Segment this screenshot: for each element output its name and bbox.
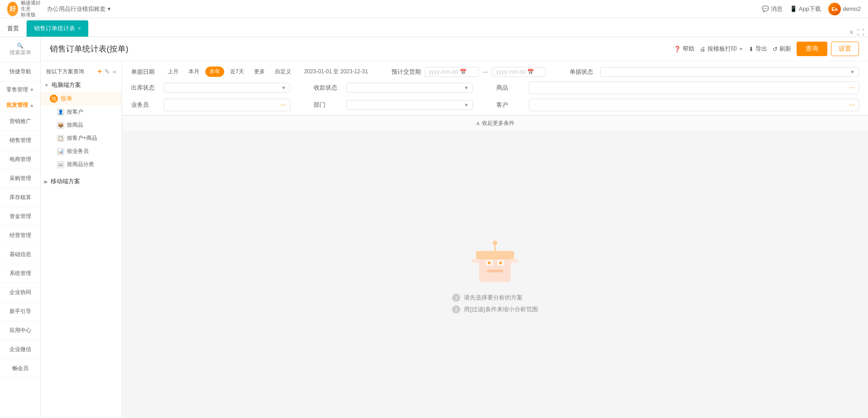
breadcrumb[interactable]: 办公用品行业模拟账套 ▾ xyxy=(47,5,111,13)
sidebar-search[interactable]: 🔍 搜索菜单 xyxy=(0,37,40,62)
empty-illustration xyxy=(468,232,522,286)
cal-to-icon: 📅 xyxy=(527,69,534,75)
tree-item-by-cust-goods[interactable]: 📋 按客户+商品 xyxy=(41,132,122,145)
sidebar-item-retail[interactable]: 零售管理 ▼ xyxy=(0,81,40,97)
right-content: 单据日期 上月 本月 本年 近7天 更多 自定义 2023-01-01 至 20… xyxy=(122,61,868,418)
date-btn-this-year[interactable]: 本年 xyxy=(205,66,224,77)
goods-dots[interactable]: ··· xyxy=(849,84,855,92)
tree-item-by-salesperson[interactable]: 📊 按业务员 xyxy=(41,145,122,158)
tree-item-by-order[interactable]: 按 按单 xyxy=(41,92,122,105)
refresh-button[interactable]: ↺ 刷新 xyxy=(773,45,791,53)
query-settings-group: 查询 设置 xyxy=(797,42,859,56)
filter-section: 单据日期 上月 本月 本年 近7天 更多 自定义 2023-01-01 至 20… xyxy=(122,61,868,131)
sidebar-item-wholesale[interactable]: 批发管理 ▲ xyxy=(0,97,40,112)
sidebar-item-appcenter[interactable]: 应用中心 xyxy=(0,321,40,340)
dept-select[interactable]: ▼ xyxy=(346,100,473,110)
by-category-icon: 🗂 xyxy=(57,161,64,168)
goods-input[interactable]: ··· xyxy=(529,81,859,94)
salesperson-input[interactable]: ··· xyxy=(164,99,290,111)
user-action[interactable]: Ea demo2 xyxy=(828,3,861,15)
window-close-icon[interactable]: × xyxy=(849,28,854,37)
sidebar-item-purchase[interactable]: 采购管理 xyxy=(0,169,40,188)
refresh-icon: ↺ xyxy=(773,46,778,52)
date-btn-custom[interactable]: 自定义 xyxy=(271,66,295,77)
help-button[interactable]: ❓ 帮助 xyxy=(674,45,694,53)
out-status-select[interactable]: ▼ xyxy=(164,83,290,93)
sidebar-item-inventory[interactable]: 库存核算 xyxy=(0,188,40,207)
customer-input[interactable]: ··· xyxy=(529,99,859,111)
edit-scheme-button[interactable]: ✎ xyxy=(104,68,110,75)
print-label: 按模板打印 xyxy=(708,45,737,53)
sidebar-item-finance[interactable]: 资金管理 xyxy=(0,207,40,226)
date-btn-this-month[interactable]: 本月 xyxy=(184,66,203,77)
filter-row-2: 出库状态 ▼ 收款状态 ▼ 商品 xyxy=(131,81,859,94)
sidebar-search-label: 搜索菜单 xyxy=(2,49,38,57)
print-arrow-icon: ▼ xyxy=(739,47,743,52)
message-action[interactable]: 💬 消息 xyxy=(762,5,783,13)
query-button[interactable]: 查询 xyxy=(797,42,827,56)
status-select[interactable]: ▼ xyxy=(600,67,859,77)
tree-item-by-customer[interactable]: 👤 按客户 xyxy=(41,105,122,119)
inventory-label: 库存核算 xyxy=(9,194,31,200)
help-label: 帮助 xyxy=(683,45,694,53)
top-bar-right: 💬 消息 📱 App下载 Ea demo2 xyxy=(762,3,861,15)
tree-item-by-goods[interactable]: 📦 按商品 xyxy=(41,119,122,132)
expected-date-to[interactable]: yyyy-mm-dd 📅 xyxy=(492,67,546,77)
empty-hint-2: 2 用[过滤]条件来缩小分析范围 xyxy=(452,305,538,314)
date-btn-more[interactable]: 更多 xyxy=(250,66,269,77)
empty-num-2: 2 xyxy=(452,305,460,314)
settings-button[interactable]: 设置 xyxy=(831,42,859,56)
app-download-action[interactable]: 📱 App下载 xyxy=(790,5,821,13)
ecommerce-label: 电商管理 xyxy=(9,156,31,162)
tree-mobile-arrow: ▶ xyxy=(44,179,48,184)
refresh-label: 刷新 xyxy=(779,45,791,53)
export-button[interactable]: ⬇ 导出 xyxy=(749,45,767,53)
filter-row-date: 单据日期 上月 本月 本年 近7天 更多 自定义 2023-01-01 至 20… xyxy=(131,66,859,77)
tree-mobile-section: ▶ 移动端方案 xyxy=(41,175,122,188)
by-goods-icon: 📦 xyxy=(57,122,64,129)
tab-home[interactable]: 首页 xyxy=(0,20,27,37)
collapse-bar[interactable]: ∧ 收起更多条件 xyxy=(122,115,868,131)
date-range-display: 2023-01-01 至 2023-12-31 xyxy=(304,68,368,76)
expected-date-label: 预计交货期 xyxy=(392,68,421,76)
print-icon: 🖨 xyxy=(700,46,706,52)
retail-label: 零售管理 xyxy=(6,86,28,94)
sidebar-item-operation[interactable]: 经营管理 xyxy=(0,226,40,245)
salesperson-label: 业务员 xyxy=(131,101,158,109)
sidebar-quick-nav[interactable]: 快捷导航 xyxy=(0,62,40,81)
retail-arrow: ▼ xyxy=(30,87,34,92)
expected-date-from[interactable]: yyyy-mm-dd 📅 xyxy=(425,67,479,77)
sidebar-item-vip[interactable]: 畅会员 xyxy=(0,359,40,378)
sidebar-item-newbie[interactable]: 新手引导 xyxy=(0,302,40,321)
date-btn-7days[interactable]: 近7天 xyxy=(226,66,248,77)
window-max-icon[interactable]: ⛶ xyxy=(857,28,864,37)
tree-pc-arrow: ▼ xyxy=(44,83,49,88)
sidebar-item-collab[interactable]: 企业协同 xyxy=(0,283,40,302)
salesperson-dots[interactable]: ··· xyxy=(280,101,286,109)
tab-bar: 首页 销售订单统计表 × × ⛶ xyxy=(0,18,868,37)
app-icon: 📱 xyxy=(790,5,797,12)
tab-bar-actions: × ⛶ xyxy=(846,28,868,37)
sidebar-item-ecommerce[interactable]: 电商管理 xyxy=(0,150,40,169)
print-button[interactable]: 🖨 按模板打印 ▼ xyxy=(700,45,743,53)
sidebar-item-system[interactable]: 系统管理 xyxy=(0,264,40,283)
top-bar-left: 好 畅捷通好生意 标准版 办公用品行业模拟账套 ▾ xyxy=(7,0,111,18)
sidebar-item-basic[interactable]: 基础信息 xyxy=(0,245,40,264)
svg-point-5 xyxy=(488,261,491,264)
logo-icon: 好 xyxy=(7,2,18,16)
add-scheme-button[interactable]: + xyxy=(98,67,102,76)
date-btn-last-month[interactable]: 上月 xyxy=(164,66,183,77)
logo-area: 好 畅捷通好生意 标准版 xyxy=(7,0,43,18)
tree-item-by-salesperson-label: 按业务员 xyxy=(67,147,89,155)
sidebar-item-sales[interactable]: 销售管理 xyxy=(0,131,40,150)
out-status-arrow-icon: ▼ xyxy=(281,85,286,90)
tab-close-icon[interactable]: × xyxy=(78,25,81,32)
sidebar-item-wecom[interactable]: 企业微信 xyxy=(0,340,40,359)
tab-sales-stats[interactable]: 销售订单统计表 × xyxy=(27,20,89,37)
receipt-status-select[interactable]: ▼ xyxy=(346,83,473,93)
tree-item-by-category[interactable]: 🗂 按商品分类 xyxy=(41,158,122,171)
customer-dots[interactable]: ··· xyxy=(849,101,855,109)
collapse-panel-button[interactable]: « xyxy=(113,68,116,75)
content-body: 按以下方案查询 + ✎ « ▼ 电脑端方案 按 按单 xyxy=(41,61,868,418)
sidebar-item-marketing[interactable]: 营销推广 xyxy=(0,112,40,131)
